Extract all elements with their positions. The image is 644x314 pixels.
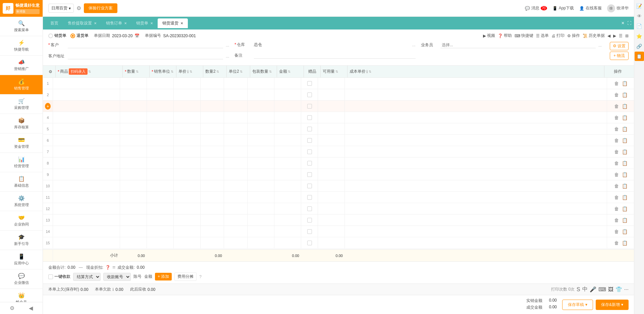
add-row-unit[interactable] xyxy=(147,101,174,112)
row-2-unit[interactable] xyxy=(147,89,174,100)
tab-sales-order[interactable]: 销售订单 ✕ xyxy=(101,18,131,28)
row-2-delete-btn[interactable]: 🗑 xyxy=(613,91,620,98)
delete-btn[interactable]: 🗑 xyxy=(613,217,620,224)
row-1-amount[interactable] xyxy=(274,78,301,89)
copy-btn[interactable]: 📋 xyxy=(621,171,628,178)
customer-ellipsis[interactable]: ... xyxy=(226,43,229,48)
col-header-settings[interactable]: ⚙ xyxy=(46,66,56,77)
row-2-gift-checkbox[interactable] xyxy=(307,92,312,97)
warehouse-ellipsis[interactable]: ... xyxy=(412,43,416,47)
toolbar-select-btn[interactable]: ☰ 选单 xyxy=(536,33,549,39)
add-row-qty2[interactable] xyxy=(201,101,224,112)
delete-btn[interactable]: 🗑 xyxy=(613,160,620,167)
draft-dropdown-icon[interactable]: ▾ xyxy=(585,302,587,307)
row-2-pkg[interactable] xyxy=(248,89,274,100)
ime-icon-zhong[interactable]: 中 xyxy=(582,286,588,293)
row-2-cost[interactable] xyxy=(345,89,607,100)
staff-input[interactable] xyxy=(440,42,596,48)
delete-btn[interactable]: 🗑 xyxy=(613,171,620,178)
sidebar-item-basic[interactable]: 📋 基础信息 xyxy=(0,172,43,192)
message-btn[interactable]: 💬 消息 70 xyxy=(525,5,547,11)
toolbar-list-view[interactable]: ☰ xyxy=(619,34,623,38)
industry-selector[interactable]: 日用百货 ▾ xyxy=(48,4,74,13)
add-row-delete-btn[interactable]: 🗑 xyxy=(613,103,620,110)
toolbar-nav-next[interactable]: ▶ xyxy=(613,34,616,38)
right-panel-view-icon[interactable]: 👁 xyxy=(635,11,644,21)
copy-btn[interactable]: 📋 xyxy=(621,194,628,201)
save-new-button[interactable]: 保存&新增 ▾ xyxy=(596,300,629,310)
expense-split-btn[interactable]: 费用分摊 xyxy=(174,272,197,281)
row-1-qty2[interactable] xyxy=(201,78,224,89)
copy-btn[interactable]: 📋 xyxy=(621,126,628,132)
add-row-gift[interactable] xyxy=(301,101,318,112)
right-panel-doc-icon[interactable]: 📄 xyxy=(635,21,644,31)
sidebar-item-purchase[interactable]: 🛒 采购管理 xyxy=(0,95,43,114)
delete-btn[interactable]: 🗑 xyxy=(613,137,620,144)
row-2-price[interactable] xyxy=(174,89,201,100)
row-1-avail[interactable] xyxy=(318,78,345,89)
toolbar-grid-view[interactable]: ⊞ xyxy=(625,34,629,38)
row-1-gift-checkbox[interactable] xyxy=(307,81,312,86)
delete-btn[interactable]: 🗑 xyxy=(613,205,620,212)
logistics-btn[interactable]: + 物流 xyxy=(610,52,629,60)
radio-return[interactable]: 退货单 xyxy=(70,33,89,39)
address-ellipsis[interactable]: ... xyxy=(226,54,229,59)
add-row-product[interactable] xyxy=(53,101,120,112)
sidebar-item-enterprise[interactable]: 🤝 企业协同 xyxy=(0,211,43,231)
tab-sales-return[interactable]: 销货退货 ✕ xyxy=(158,18,188,28)
product-sort-icon[interactable]: ⇅ xyxy=(88,70,91,73)
app-download-btn[interactable]: 📱 App下载 xyxy=(552,5,574,11)
remark-input[interactable] xyxy=(254,52,415,59)
sidebar-settings-btn[interactable]: ⚙ xyxy=(10,305,14,311)
sidebar-item-search[interactable]: 🔍 搜索菜单 xyxy=(0,17,43,36)
sidebar-item-finance[interactable]: 💳 资金管理 xyxy=(0,133,43,153)
add-product-input[interactable] xyxy=(55,104,118,109)
qty2-sort-icon[interactable]: ⇅ xyxy=(216,70,219,73)
account-select[interactable]: 收款账号 xyxy=(103,273,131,281)
sidebar-item-weixin[interactable]: 💬 企业微信 xyxy=(0,269,43,289)
topbar-settings-icon[interactable]: ⚙ xyxy=(76,5,81,11)
online-service-btn[interactable]: 👤 在线客服 xyxy=(579,5,602,11)
copy-btn[interactable]: 📋 xyxy=(621,160,628,167)
calendar-icon[interactable]: 📅 xyxy=(135,34,140,38)
row-product[interactable] xyxy=(53,112,120,123)
sidebar-item-marketing[interactable]: 📣 营销推广 xyxy=(0,56,43,75)
row-1-cost[interactable] xyxy=(345,78,607,89)
pkg-sort-icon[interactable]: ⇅ xyxy=(269,70,272,73)
row-2-qty2[interactable] xyxy=(201,89,224,100)
unit-sort-icon[interactable]: ⇅ xyxy=(171,70,173,73)
add-row-btn[interactable]: + xyxy=(45,103,51,110)
delete-btn[interactable]: 🗑 xyxy=(613,114,620,121)
tab-close-icon[interactable]: ✕ xyxy=(621,21,625,25)
row-2-amount[interactable] xyxy=(274,89,301,100)
cost-sort-icon[interactable]: ⇅ xyxy=(369,70,371,73)
right-panel-star-icon[interactable]: ⭐ xyxy=(635,32,644,41)
copy-btn[interactable]: 📋 xyxy=(621,137,628,144)
expense-help-icon[interactable]: ? xyxy=(199,274,202,279)
row-2-gift[interactable] xyxy=(301,89,318,100)
sidebar-collapse-btn[interactable]: ◀ xyxy=(29,305,33,311)
add-row-gift-checkbox[interactable] xyxy=(307,104,312,109)
row-2-product[interactable] xyxy=(53,89,120,100)
customer-input[interactable] xyxy=(68,42,223,48)
row-1-product[interactable] xyxy=(53,78,120,89)
debt-info-icon[interactable]: ℹ xyxy=(112,287,114,292)
price-sort-icon[interactable]: ⇅ xyxy=(190,70,192,73)
tab-close-sales-return[interactable]: ✕ xyxy=(180,21,183,25)
add-expense-btn[interactable]: + 添加 xyxy=(155,273,172,280)
row-2-copy-btn[interactable]: 📋 xyxy=(621,91,628,98)
delete-btn[interactable]: 🗑 xyxy=(613,194,620,201)
ime-icon-mic[interactable]: 🎤 xyxy=(590,286,596,293)
avail-sort-icon[interactable]: ⇅ xyxy=(335,70,338,73)
sidebar-item-shortcut[interactable]: ⚡ 快捷导航 xyxy=(0,36,43,56)
add-row-price[interactable] xyxy=(174,101,201,112)
sidebar-item-inventory[interactable]: 📦 库存核算 xyxy=(0,114,43,133)
add-row-qty[interactable] xyxy=(120,101,147,112)
save-new-dropdown-icon[interactable]: ▾ xyxy=(621,302,623,307)
calc-method-select[interactable]: 结算方式 xyxy=(73,273,101,281)
row-2-qty[interactable] xyxy=(120,89,147,100)
copy-btn[interactable]: 📋 xyxy=(621,228,628,235)
sidebar-item-system[interactable]: ⚙️ 系统管理 xyxy=(0,192,43,211)
address-input[interactable] xyxy=(68,53,223,59)
row-1-price[interactable] xyxy=(174,78,201,89)
